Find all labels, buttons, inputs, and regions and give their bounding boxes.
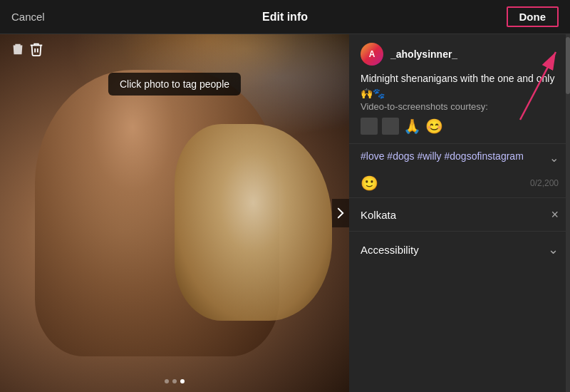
emoji-smile: 😊 (425, 119, 443, 133)
dot-2 (172, 379, 177, 383)
done-button[interactable]: Done (507, 6, 559, 27)
main-layout: Click photo to tag people (0, 34, 570, 392)
expand-panel-button[interactable] (332, 199, 349, 227)
cancel-button[interactable]: Cancel (11, 11, 45, 23)
location-name: Kolkata (361, 209, 396, 221)
courtesy-label: Video-to-screenshots courtesy: (361, 101, 559, 112)
page-title: Edit info (262, 11, 308, 24)
add-emoji-button[interactable]: 🙂 (361, 175, 378, 192)
emoji-box-2 (382, 118, 399, 135)
user-row: A _aholysinner_ (349, 34, 570, 71)
char-count: 0/2,200 (530, 178, 559, 188)
dot-1 (165, 379, 169, 383)
emoji-box-1 (361, 118, 378, 135)
avatar-letter: A (369, 49, 375, 59)
right-scroll-area[interactable]: A _aholysinner_ Midnight shenanigans wit… (349, 34, 570, 392)
accessibility-row[interactable]: Accessibility ⌄ (349, 232, 570, 267)
scrollbar-track (566, 34, 570, 392)
emoji-pray: 🙏 (403, 119, 421, 133)
delete-photo-button[interactable] (10, 41, 44, 60)
dot-3 (180, 379, 185, 383)
hashtag-row[interactable]: #love #dogs #willy #dogsofinstagram ⌄ (349, 143, 570, 170)
header: Cancel Edit info Done (0, 0, 570, 34)
username: _aholysinner_ (390, 48, 457, 60)
location-row[interactable]: Kolkata × (349, 198, 570, 232)
photo-background: Click photo to tag people (0, 34, 349, 392)
remove-location-button[interactable]: × (551, 208, 559, 221)
scrollbar-thumb[interactable] (566, 37, 570, 94)
trash-icon (10, 41, 26, 57)
trash-icon-svg (28, 41, 44, 57)
chevron-right-icon (336, 207, 345, 219)
avatar: A (361, 43, 383, 66)
hashtag-dropdown-chevron[interactable]: ⌄ (549, 151, 559, 165)
dog-figure (175, 124, 332, 321)
caption-area: Midnight shenanigans with the one and on… (349, 71, 570, 143)
emoji-row: 🙏 😊 (361, 118, 559, 135)
right-panel: A _aholysinner_ Midnight shenanigans wit… (349, 34, 570, 392)
carousel-dots (165, 379, 185, 383)
accessibility-label: Accessibility (361, 244, 419, 256)
tag-tooltip: Click photo to tag people (108, 73, 241, 96)
photo-panel: Click photo to tag people (0, 34, 349, 392)
accessibility-chevron-icon[interactable]: ⌄ (548, 242, 559, 257)
emoji-counter-row: 🙂 0/2,200 (349, 170, 570, 198)
caption-text: Midnight shenanigans with the one and on… (361, 71, 559, 101)
hashtag-text: #love #dogs #willy #dogsofinstagram (361, 150, 544, 164)
